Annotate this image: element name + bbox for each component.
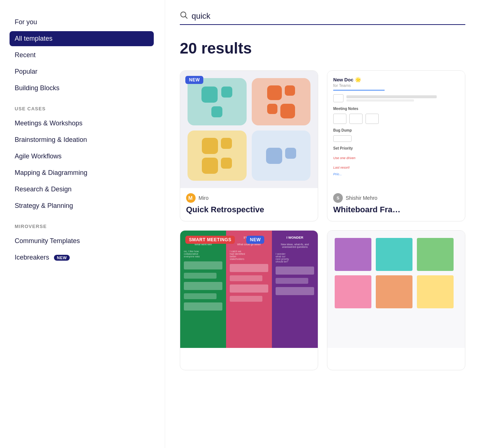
retro-quad-yellow (188, 131, 247, 181)
shape-yellow-lg (202, 138, 218, 154)
shape-blue-sm (285, 148, 296, 159)
card-title-quick-retrospective: Quick Retrospective (186, 205, 312, 214)
main-content: 20 results (165, 0, 480, 448)
card-image-smart-meetings: I LIKE What went well oo, I like howcoll… (180, 231, 318, 348)
smart-col-green: I LIKE What went well oo, I like howcoll… (180, 231, 226, 348)
sticky-green (417, 238, 454, 271)
svg-line-1 (185, 16, 187, 18)
card-smart-meetings[interactable]: I LIKE What went well oo, I like howcoll… (180, 230, 318, 370)
shape-yellow-sm (221, 138, 232, 149)
miroverse-label: MIROVERSE (15, 224, 149, 229)
sidebar-item-recent[interactable]: Recent (10, 48, 154, 63)
sidebar-item-research-design[interactable]: Research & Design (10, 182, 154, 197)
card-badge-new: NEW (185, 76, 203, 84)
card-image-whiteboard: New Doc 🌟 for Teams Meeting (327, 71, 465, 188)
shape-yellow-sm2 (221, 158, 232, 169)
smart-meetings-graphic: I LIKE What went well oo, I like howcoll… (180, 231, 318, 348)
sidebar-item-community-templates[interactable]: Community Templates (10, 234, 154, 249)
svg-text:M: M (188, 195, 193, 201)
sticky-pink (335, 275, 371, 308)
card-body-sticky-notes (327, 348, 465, 370)
icebreakers-new-badge: NEW (54, 255, 70, 261)
shape-orange-lg (267, 85, 282, 100)
search-bar (180, 11, 465, 25)
card-image-sticky-notes (327, 231, 465, 348)
card-quick-retrospective[interactable]: NEW M Miro Quick Retrospective (180, 70, 318, 221)
card-body-smart-meetings (180, 348, 318, 370)
miroverse-nav: Community Templates Icebreakers NEW (10, 234, 154, 265)
shape-teal-sm (221, 87, 232, 98)
sticky-yellow (417, 275, 454, 308)
retro-quad-blue (252, 131, 311, 181)
card-whiteboard-frame[interactable]: New Doc 🌟 for Teams Meeting (327, 70, 465, 221)
search-icon (180, 11, 188, 21)
sidebar-item-for-you[interactable]: For you (10, 15, 154, 30)
card-author-miro: M Miro (186, 193, 312, 203)
use-cases-nav: Meetings & Workshops Brainstorming & Ide… (10, 116, 154, 213)
card-badge-smart-meetings: SMART MEETINGS (185, 236, 235, 244)
sidebar-item-brainstorming-ideation[interactable]: Brainstorming & Ideation (10, 132, 154, 147)
smart-col-pink: I WISH What could go better I catch weha… (226, 231, 272, 348)
shape-yellow-lg2 (202, 158, 218, 174)
shape-blue-lg (266, 148, 282, 164)
retro-quad-orange (252, 78, 311, 125)
use-cases-label: USE CASES (15, 106, 149, 111)
sidebar-item-agile-workflows[interactable]: Agile Workflows (10, 149, 154, 164)
sidebar-item-building-blocks[interactable]: Building Blocks (10, 81, 154, 96)
author-name-miro: Miro (199, 195, 208, 201)
sticky-orange (376, 275, 412, 308)
cards-grid: NEW M Miro Quick Retrospective (180, 70, 465, 370)
sidebar: For you All templates Recent Popular Bui… (0, 0, 165, 448)
sidebar-item-mapping-diagramming[interactable]: Mapping & Diagramming (10, 165, 154, 180)
sidebar-item-icebreakers[interactable]: Icebreakers NEW (10, 250, 154, 265)
search-input[interactable] (192, 11, 465, 21)
sticky-teal (376, 238, 412, 271)
author-name-shishir: Shishir Mehro (346, 195, 377, 201)
card-badge-new2: NEW (246, 236, 264, 244)
sidebar-item-meetings-workshops[interactable]: Meetings & Workshops (10, 116, 154, 131)
shape-orange-sm (285, 85, 295, 96)
retro-quad-teal (188, 78, 247, 125)
results-heading: 20 results (180, 40, 465, 57)
card-body-quick-retrospective: M Miro Quick Retrospective (180, 188, 318, 221)
shape-orange-sm2 (267, 104, 277, 114)
shape-teal-lg (201, 87, 218, 103)
sidebar-item-all-templates[interactable]: All templates (10, 31, 154, 46)
avatar-shishir: S (333, 193, 343, 203)
card-sticky-notes[interactable] (327, 230, 465, 370)
card-image-quick-retrospective: NEW (180, 71, 318, 188)
card-body-whiteboard: S Shishir Mehro Whiteboard Fra… (327, 188, 465, 221)
sticky-notes-graphic (327, 231, 465, 348)
shape-orange-lg2 (280, 104, 295, 118)
sidebar-item-popular[interactable]: Popular (10, 64, 154, 79)
top-nav: For you All templates Recent Popular Bui… (10, 15, 154, 96)
avatar-miro: M (186, 193, 196, 203)
smart-col-purple: I WONDER New ideas, what-ifs, and unansw… (272, 231, 318, 348)
sidebar-item-strategy-planning[interactable]: Strategy & Planning (10, 198, 154, 213)
card-author-shishir: S Shishir Mehro (333, 193, 459, 203)
card-title-whiteboard: Whiteboard Fra… (333, 205, 459, 214)
sticky-purple (335, 238, 371, 271)
whiteboard-frame-graphic: New Doc 🌟 for Teams Meeting (327, 71, 465, 188)
shape-teal-sm2 (211, 106, 222, 117)
